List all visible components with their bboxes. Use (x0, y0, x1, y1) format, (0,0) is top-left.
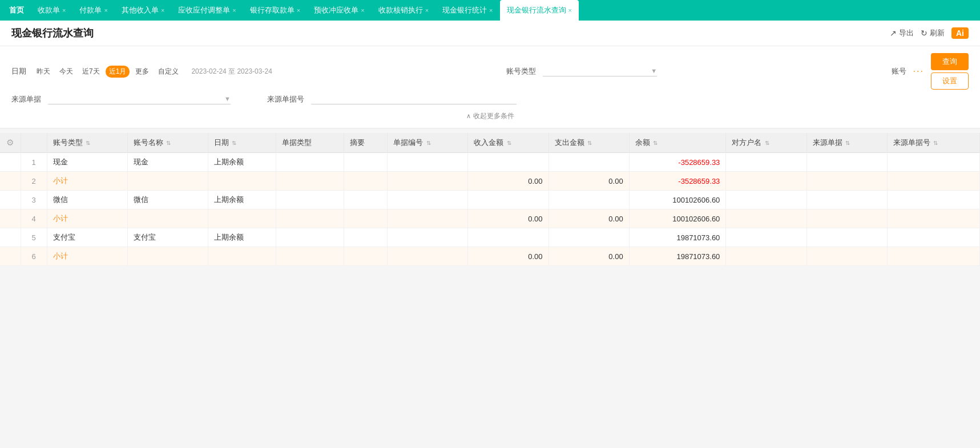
sort-icon: ⇅ (166, 140, 171, 146)
row-counterparty (726, 153, 806, 172)
th-doc-type: 单据类型 (276, 133, 344, 153)
nav-tab-2[interactable]: 付款单 × (72, 0, 114, 21)
sort-icon: ⇅ (86, 140, 90, 146)
row-expense (549, 153, 629, 172)
close-icon[interactable]: × (161, 7, 164, 14)
account-label: 账号 (892, 66, 906, 76)
account-type-select[interactable]: ▼ (543, 66, 657, 76)
row-source-doc-no (887, 191, 979, 209)
date-btn-7days[interactable]: 近7天 (79, 66, 103, 78)
sort-icon: ⇅ (587, 140, 592, 146)
row-summary (344, 191, 388, 209)
th-date[interactable]: 日期 ⇅ (208, 133, 276, 153)
nav-tab-4[interactable]: 应收应付调整单 × (171, 0, 243, 21)
nav-tab-5[interactable]: 银行存取款单 × (243, 0, 307, 21)
close-icon[interactable]: × (232, 7, 236, 14)
nav-tab-7[interactable]: 收款核销执行 × (372, 0, 435, 21)
chevron-down-icon: ▼ (224, 95, 231, 102)
gear-icon[interactable]: ⚙ (6, 138, 14, 147)
row-source-doc (806, 247, 887, 266)
ai-badge[interactable]: Ai (951, 27, 969, 39)
row-num: 6 (21, 247, 47, 266)
th-account-name[interactable]: 账号名称 ⇅ (127, 133, 208, 153)
row-doc-type (276, 247, 344, 266)
top-nav: 首页 收款单 × 付款单 × 其他收入单 × 应收应付调整单 × 银行存取款单 … (0, 0, 980, 21)
th-income[interactable]: 收入金额 ⇅ (468, 133, 549, 153)
account-type-label: 账号类型 (506, 66, 536, 76)
date-buttons: 昨天 今天 近7天 近1月 更多 自定义 (33, 66, 182, 78)
query-button[interactable]: 查询 (931, 53, 969, 70)
close-icon[interactable]: × (62, 7, 66, 14)
header-actions: ↗ 导出 ↻ 刷新 Ai (890, 27, 969, 39)
row-expense (549, 228, 629, 247)
th-source-doc[interactable]: 来源单据 ⇅ (806, 133, 887, 153)
sort-icon: ⇅ (845, 140, 850, 146)
th-settings[interactable]: ⚙ (0, 133, 21, 153)
row-income: 0.00 (468, 172, 549, 191)
nav-tab-8[interactable]: 现金银行统计 × (435, 0, 499, 21)
close-icon[interactable]: × (425, 7, 429, 14)
nav-tab-3[interactable]: 其他收入单 × (115, 0, 171, 21)
sort-icon: ⇅ (232, 140, 236, 146)
th-expense[interactable]: 支出金额 ⇅ (549, 133, 629, 153)
close-icon[interactable]: × (297, 7, 300, 14)
account-ellipsis-button[interactable]: ··· (913, 66, 924, 76)
row-doc-no (388, 228, 468, 247)
row-account-type: 支付宝 (47, 228, 127, 247)
row-income (468, 153, 549, 172)
close-icon[interactable]: × (361, 7, 364, 14)
source-doc-label: 来源单据 (11, 94, 41, 104)
row-counterparty (726, 172, 806, 191)
export-button[interactable]: ↗ 导出 (890, 28, 914, 38)
row-date (208, 247, 276, 266)
close-icon[interactable]: × (568, 7, 572, 14)
th-balance[interactable]: 余额 ⇅ (629, 133, 726, 153)
row-date (208, 172, 276, 191)
account-type-input[interactable] (543, 66, 648, 75)
table-row: 6 小计 0.00 0.00 19871073.60 (0, 247, 980, 266)
row-gear (0, 247, 21, 266)
export-icon: ↗ (890, 29, 897, 38)
row-account-name: 现金 (127, 153, 208, 172)
table-wrap: ⚙ 账号类型 ⇅ 账号名称 ⇅ 日期 ⇅ 单据类型 (0, 133, 980, 266)
date-label: 日期 (11, 66, 26, 76)
sort-icon: ⇅ (653, 140, 658, 146)
date-btn-today[interactable]: 今天 (56, 66, 76, 78)
close-icon[interactable]: × (489, 7, 493, 14)
source-doc-select[interactable]: ▼ (48, 94, 231, 104)
row-source-doc-no (887, 247, 979, 266)
date-btn-more[interactable]: 更多 (132, 66, 152, 78)
th-doc-no[interactable]: 单据编号 ⇅ (388, 133, 468, 153)
row-source-doc (806, 153, 887, 172)
nav-tab-home[interactable]: 首页 (2, 0, 31, 21)
filter-area: 日期 昨天 今天 近7天 近1月 更多 自定义 2023-02-24 至 202… (0, 46, 980, 128)
nav-tab-9[interactable]: 现金银行流水查询 × (500, 0, 579, 21)
source-doc-no-input[interactable] (311, 94, 517, 104)
setting-button[interactable]: 设置 (931, 72, 969, 90)
row-gear (0, 153, 21, 172)
th-num (21, 133, 47, 153)
date-btn-yesterday[interactable]: 昨天 (33, 66, 54, 78)
collapse-bar[interactable]: ∧ 收起更多条件 (11, 109, 969, 123)
page-header: 现金银行流水查询 ↗ 导出 ↻ 刷新 Ai (0, 21, 980, 46)
row-date: 上期余额 (208, 153, 276, 172)
th-account-type[interactable]: 账号类型 ⇅ (47, 133, 127, 153)
close-icon[interactable]: × (104, 7, 107, 14)
nav-tab-1[interactable]: 收款单 × (31, 0, 72, 21)
th-counterparty[interactable]: 对方户名 ⇅ (726, 133, 806, 153)
row-source-doc (806, 191, 887, 209)
row-doc-no (388, 247, 468, 266)
source-doc-input[interactable] (48, 94, 222, 103)
th-source-doc-no[interactable]: 来源单据号 ⇅ (887, 133, 979, 153)
date-btn-custom[interactable]: 自定义 (155, 66, 182, 78)
row-num: 2 (21, 172, 47, 191)
row-source-doc-no (887, 209, 979, 228)
nav-tab-6[interactable]: 预收冲应收单 × (307, 0, 371, 21)
row-source-doc-no (887, 172, 979, 191)
row-doc-no (388, 209, 468, 228)
table-row: 1 现金 现金 上期余额 -3528659.33 (0, 153, 980, 172)
date-btn-1month[interactable]: 近1月 (106, 66, 130, 78)
row-doc-type (276, 153, 344, 172)
refresh-button[interactable]: ↻ 刷新 (921, 28, 945, 38)
row-balance: -3528659.33 (629, 172, 726, 191)
